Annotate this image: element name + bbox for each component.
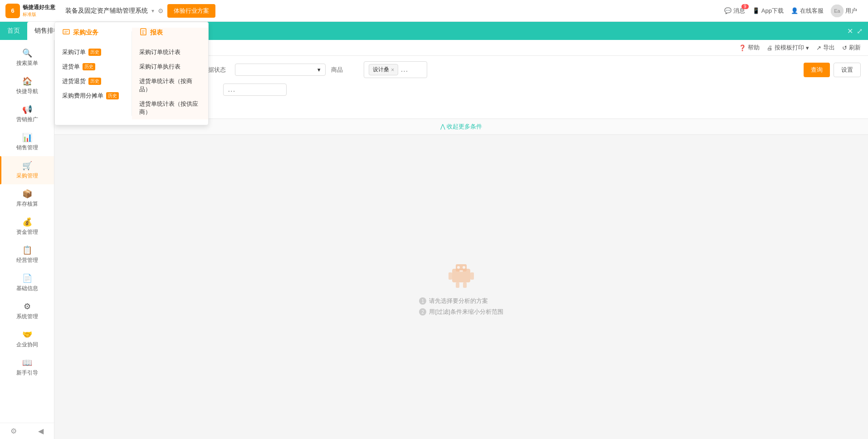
svg-rect-11 <box>456 282 459 288</box>
dropdown-purchase-title: 采购业务 <box>62 28 124 40</box>
stock-stat-goods-label: 进货单统计表（按商品） <box>139 77 201 94</box>
query-btn[interactable]: 查询 <box>804 63 830 77</box>
refresh-btn[interactable]: ↺ 刷新 <box>842 44 861 52</box>
system-title-text: 装备及固定资产辅助管理系统 <box>65 7 148 15</box>
dropdown-item-stock-return[interactable]: 进货退货 历史 <box>62 74 124 89</box>
sidebar-collapse-btn[interactable]: ◀ <box>38 427 44 435</box>
dropdown-item-purchase-order-exec[interactable]: 采购订单执行表 <box>139 59 201 74</box>
sidebar-label-sales: 销售管理 <box>16 144 38 152</box>
goods-input[interactable]: 设计桑 × ... <box>364 61 427 78</box>
app-download-label: App下载 <box>761 7 784 15</box>
sidebar: 🔍 搜索菜单 🏠 快捷导航 📢 营销推广 📊 销售管理 🛒 采购管理 📦 库存核… <box>0 40 54 439</box>
print-icon: 🖨 <box>767 44 773 51</box>
gear-icon[interactable]: ⚙ <box>158 7 164 15</box>
goods-tag-label: 设计桑 <box>373 66 389 74</box>
sidebar-label-finance: 资金管理 <box>16 228 38 236</box>
sidebar-label-enterprise: 企业协同 <box>16 341 38 349</box>
dropdown-item-purchase-order[interactable]: 采购订单 历史 <box>62 45 124 59</box>
dropdown-purchase-title-text: 采购业务 <box>73 29 98 37</box>
system-icon: ⚙ <box>24 301 31 311</box>
print-dropdown-icon: ▾ <box>806 44 809 51</box>
top-right-area: 💬 消息 9 📱 App下载 👤 在线客服 Ea 用户 <box>724 5 863 17</box>
goods-dots[interactable]: ... <box>401 66 409 73</box>
salesperson-input[interactable]: ... <box>223 84 287 96</box>
industry-btn[interactable]: 体验行业方案 <box>167 4 215 18</box>
dropdown-arrow-icon[interactable]: ▾ <box>151 8 154 14</box>
tab-home-label: 首页 <box>7 27 20 35</box>
message-btn[interactable]: 💬 消息 9 <box>724 7 745 15</box>
newbie-icon: 📖 <box>22 358 32 368</box>
message-badge: 9 <box>741 4 749 9</box>
sidebar-item-enterprise[interactable]: 🤝 企业协同 <box>0 325 54 353</box>
dropdown-item-purchase-order-stat[interactable]: 采购订单统计表 <box>139 45 201 59</box>
dropdown-item-stock-stat-supplier[interactable]: 进货单统计表（按供应商） <box>139 97 201 119</box>
empty-tip-2: 2 用[过滤]条件来缩小分析范围 <box>419 308 503 316</box>
dropdown-item-stock-in[interactable]: 进货单 历史 <box>62 59 124 74</box>
sidebar-item-marketing[interactable]: 📢 营销推广 <box>0 100 54 128</box>
sidebar-bottom: ⚙ ◀ <box>0 423 54 439</box>
sidebar-item-system[interactable]: ⚙ 系统管理 <box>0 297 54 325</box>
svg-rect-13 <box>63 30 69 34</box>
setting-btn[interactable]: 设置 <box>834 63 861 77</box>
app-badge: 标准版 <box>23 11 55 18</box>
sidebar-item-search[interactable]: 🔍 搜索菜单 <box>0 44 54 72</box>
collapse-label: 收起更多条件 <box>447 123 482 130</box>
export-btn[interactable]: ↗ 导出 <box>816 44 835 52</box>
print-template-btn[interactable]: 🖨 按模板打印 ▾ <box>767 44 809 52</box>
status-dropdown-icon: ▾ <box>317 66 321 73</box>
sidebar-item-operations[interactable]: 📋 经营管理 <box>0 241 54 269</box>
marketing-icon: 📢 <box>22 104 32 114</box>
sidebar-label-marketing: 营销推广 <box>16 116 38 123</box>
empty-tips-list: 1 请先选择要分析的方案 2 用[过滤]条件来缩小分析范围 <box>419 297 503 319</box>
sidebar-label-operations: 经营管理 <box>16 256 38 264</box>
svg-rect-14 <box>141 29 146 35</box>
sidebar-item-newbie[interactable]: 📖 新手引导 <box>0 353 54 381</box>
salesperson-dots[interactable]: ... <box>228 86 236 93</box>
sidebar-item-quick-nav[interactable]: 🏠 快捷导航 <box>0 72 54 100</box>
maximize-btn[interactable]: ⤢ <box>857 27 863 35</box>
sidebar-label-system: 系统管理 <box>16 313 38 321</box>
help-icon: ❓ <box>739 44 746 51</box>
online-service-label: 在线客服 <box>800 7 824 15</box>
sidebar-item-base-info[interactable]: 📄 基础信息 <box>0 269 54 297</box>
close-window-btn[interactable]: ✕ <box>847 27 853 35</box>
empty-state: 1 请先选择要分析的方案 2 用[过滤]条件来缩小分析范围 <box>54 135 868 439</box>
help-btn[interactable]: ❓ 帮助 <box>739 44 760 52</box>
dropdown-columns: 采购业务 采购订单 历史 进货单 历史 进货退货 历史 采购费用分摊单 历史 <box>55 28 208 119</box>
status-select[interactable]: ▾ <box>235 64 326 76</box>
empty-tip-1: 1 请先选择要分析的方案 <box>419 297 503 305</box>
svg-point-7 <box>463 266 465 269</box>
dropdown-item-stock-stat-goods[interactable]: 进货单统计表（按商品） <box>139 74 201 97</box>
export-label: 导出 <box>823 44 835 52</box>
tab-home[interactable]: 首页 <box>0 22 27 40</box>
sidebar-label-base-info: 基础信息 <box>16 285 38 292</box>
sidebar-item-sales[interactable]: 📊 销售管理 <box>0 128 54 156</box>
user-menu-btn[interactable]: Ea 用户 <box>831 5 857 17</box>
sidebar-item-purchase[interactable]: 🛒 采购管理 <box>0 156 54 184</box>
home-icon: 🏠 <box>22 76 32 86</box>
base-info-icon: 📄 <box>22 273 32 283</box>
avatar: Ea <box>831 5 844 17</box>
empty-illustration <box>443 255 479 291</box>
tab-controls: ✕ ⤢ <box>847 27 868 35</box>
filter-actions: 查询 设置 <box>804 63 861 77</box>
tip1-text: 请先选择要分析的方案 <box>429 297 488 305</box>
goods-tag-close[interactable]: × <box>391 67 394 73</box>
sidebar-item-inventory[interactable]: 📦 库存核算 <box>0 184 54 212</box>
purchase-expense-label: 采购费用分摊单 <box>62 92 103 100</box>
history-badge-2: 历史 <box>88 78 101 85</box>
dropdown-item-purchase-expense[interactable]: 采购费用分摊单 历史 <box>62 89 124 103</box>
svg-rect-9 <box>449 272 452 280</box>
sidebar-item-finance[interactable]: 💰 资金管理 <box>0 212 54 241</box>
user-label: 用户 <box>845 7 857 15</box>
logo-area: 6 畅捷通好生意 标准版 <box>5 4 60 18</box>
app-download-btn[interactable]: 📱 App下载 <box>752 7 784 15</box>
stock-stat-supplier-label: 进货单统计表（按供应商） <box>139 100 201 116</box>
svg-rect-10 <box>470 272 474 280</box>
online-service-btn[interactable]: 👤 在线客服 <box>791 7 824 15</box>
sidebar-settings-btn[interactable]: ⚙ <box>10 427 17 435</box>
svg-rect-8 <box>459 270 463 272</box>
svg-text:6: 6 <box>11 7 14 14</box>
history-badge-3: 历史 <box>106 92 119 99</box>
print-template-label: 按模板打印 <box>775 44 804 52</box>
